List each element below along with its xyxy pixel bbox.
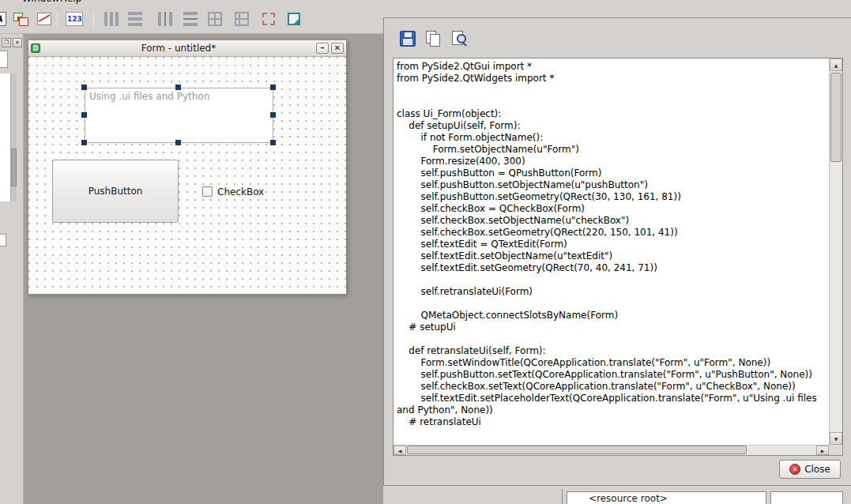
scroll-right-icon[interactable]: ▶ <box>816 446 829 455</box>
layout-grid-icon[interactable] <box>207 11 223 27</box>
adjust-size-icon[interactable] <box>286 11 302 27</box>
selection-handle-n[interactable] <box>175 85 181 90</box>
vertical-scroll-thumb[interactable] <box>830 73 842 162</box>
selection-handle-se[interactable] <box>270 140 276 145</box>
horizontal-scroll-thumb[interactable] <box>407 446 747 454</box>
find-button[interactable] <box>450 29 470 50</box>
pushbutton-widget[interactable]: PushButton <box>52 160 179 223</box>
widget-list-item[interactable] <box>0 234 6 246</box>
scroll-down-icon[interactable]: ▼ <box>830 432 842 445</box>
save-button[interactable] <box>398 29 419 50</box>
dock-float-icon[interactable]: ❐ <box>2 38 11 47</box>
checkbox-indicator[interactable] <box>202 186 213 197</box>
toolbar-separator <box>57 11 58 28</box>
copy-icon <box>424 29 444 50</box>
layout-vertical-icon[interactable] <box>127 11 143 27</box>
layout-vertical-splitter-icon[interactable] <box>183 11 198 27</box>
code-view: from PySide2.QtGui import * from PySide2… <box>393 58 843 456</box>
scroll-left-icon[interactable]: ◀ <box>393 446 406 455</box>
resource-root-item[interactable]: <resource root> <box>589 493 668 504</box>
toolbar-separator <box>93 11 94 28</box>
scrollbar-corner <box>829 445 842 455</box>
main-toolbar: 123 <box>0 5 382 34</box>
code-text[interactable]: from PySide2.QtGui import * from PySide2… <box>393 58 829 444</box>
qt-designer-window: Window Help 123 ❐ ✕ D <box>0 0 851 504</box>
vertical-scrollbar[interactable]: ▲ ▼ <box>829 58 842 445</box>
widget-list[interactable] <box>0 73 11 201</box>
form-window-icon: D <box>31 43 40 53</box>
selection-handle-e[interactable] <box>270 112 276 118</box>
edit-signals-slots-icon[interactable] <box>11 9 30 28</box>
dock-close-icon[interactable]: ✕ <box>13 38 22 47</box>
save-icon <box>400 31 416 47</box>
break-layout-icon[interactable] <box>261 11 277 27</box>
menu-window[interactable]: Window <box>22 0 59 4</box>
layout-horizontal-icon[interactable] <box>104 11 119 27</box>
close-button-label: Close <box>804 464 830 475</box>
selection-handle-ne[interactable] <box>270 85 276 90</box>
form-minimize-button[interactable]: – <box>316 43 329 54</box>
tab-order-badge: 123 <box>67 15 82 23</box>
panel-divider <box>562 489 563 504</box>
layout-form-icon[interactable] <box>234 11 250 27</box>
edit-buddies-icon[interactable] <box>35 9 54 28</box>
horizontal-scrollbar[interactable]: ◀ ▶ <box>393 445 829 455</box>
selection-handle-w[interactable] <box>81 112 87 118</box>
close-circle-icon: ✕ <box>789 464 800 475</box>
copy-button[interactable] <box>424 29 444 50</box>
layout-horizontal-splitter-icon[interactable] <box>157 11 173 27</box>
selection-handle-sw[interactable] <box>81 140 87 145</box>
form-window-title: Form - untitled* <box>43 43 314 54</box>
resource-preview[interactable] <box>770 491 843 504</box>
code-preview-dialog: from PySide2.QtGui import * from PySide2… <box>383 17 851 486</box>
checkbox-label: CheckBox <box>217 186 264 197</box>
widget-box-dock: ❐ ✕ <box>0 34 24 504</box>
menu-help[interactable]: Help <box>60 0 81 4</box>
scroll-up-icon[interactable]: ▲ <box>830 58 842 71</box>
textedit-placeholder: Using .ui files and Python <box>89 91 209 102</box>
form-window-titlebar[interactable]: D Form - untitled* – ✕ <box>28 40 346 57</box>
edit-widgets-icon[interactable] <box>0 9 9 28</box>
selection-handle-s[interactable] <box>175 140 181 145</box>
find-icon <box>450 29 470 50</box>
widget-filter-input[interactable] <box>0 51 8 68</box>
mdi-area: D Form - untitled* – ✕ Using .ui files a… <box>24 34 383 504</box>
edit-tab-order-icon[interactable]: 123 <box>65 9 84 28</box>
form-canvas[interactable]: Using .ui files and Python PushButton Ch… <box>28 57 346 294</box>
checkbox-widget[interactable]: CheckBox <box>202 175 282 208</box>
close-button[interactable]: ✕ Close <box>779 460 841 479</box>
textedit-widget[interactable]: Using .ui files and Python <box>85 88 273 143</box>
form-close-button[interactable]: ✕ <box>331 43 344 54</box>
widget-list-scroll-thumb[interactable] <box>11 149 17 186</box>
form-designer-window: D Form - untitled* – ✕ Using .ui files a… <box>28 39 347 295</box>
resource-tree[interactable]: <resource root> <box>567 491 766 504</box>
selection-handle-nw[interactable] <box>81 85 87 90</box>
